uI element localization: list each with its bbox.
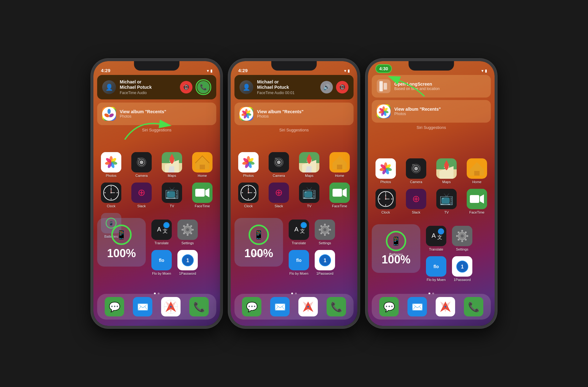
svg-text:🌐: 🌐 — [165, 223, 169, 227]
app-settings-2[interactable]: Settings — [315, 220, 335, 245]
wifi-icon-2: ▾ — [344, 69, 346, 73]
app-icon-camera-3 — [406, 158, 426, 179]
app-label-camera-3: Camera — [410, 180, 422, 184]
dock-messages-3[interactable]: 💬 — [379, 297, 399, 316]
app-icon-settings-3 — [452, 226, 472, 246]
app-label-home-1: Home — [198, 174, 207, 178]
app-icon-home-3 — [467, 158, 487, 179]
app-icon-slack-2: ⊕ — [269, 183, 289, 203]
app-camera-1[interactable]: Camera — [128, 152, 155, 178]
app-translate-2[interactable]: A文🌐 Translate — [289, 220, 309, 245]
app-photos-1[interactable]: Photos — [97, 152, 125, 178]
app-flo-3[interactable]: flo Flo by Moen — [426, 256, 446, 282]
dock-phone-2[interactable]: 📞 — [327, 297, 346, 316]
phone-2: 4:29 ▾ ▮ 👤 Michael orMichael Potuck Face… — [228, 59, 360, 328]
svg-text:文: 文 — [163, 228, 168, 234]
dock-phone-1[interactable]: 📞 — [189, 297, 209, 316]
app-icon-1password-1: 1 — [177, 250, 198, 270]
svg-rect-44 — [195, 189, 205, 197]
accept-button-1[interactable]: 📞 — [197, 81, 210, 93]
svg-point-194 — [465, 239, 467, 241]
app-label-clock-3: Clock — [381, 210, 390, 214]
suggestions-area-1: 👤 Michael orMichael Potuck FaceTime Audi… — [97, 75, 216, 136]
dock-safari-2[interactable] — [298, 297, 318, 316]
svg-point-6 — [108, 109, 111, 114]
app-translate-3[interactable]: A文 Translate — [426, 226, 446, 251]
app-clock-2[interactable]: Clock — [234, 183, 262, 208]
app-label-photos-2: Photos — [243, 174, 254, 178]
call-card-2[interactable]: 👤 Michael orMichael Potuck FaceTime Audi… — [234, 75, 354, 99]
app-icon-translate-1: A 文 🌐 — [151, 220, 172, 240]
app-settings-1[interactable]: Settings — [177, 220, 198, 245]
decline-button-1[interactable]: 📵 — [180, 81, 192, 93]
app-1password-2[interactable]: 1 1Password — [315, 250, 335, 275]
app-tv-1[interactable]: 📺 TV — [158, 183, 186, 208]
dock-phone-3[interactable]: 📞 — [464, 297, 483, 316]
app-flo-2[interactable]: flo Flo by Moen — [289, 250, 309, 275]
dock-mail-1[interactable]: ✉️ — [133, 297, 152, 316]
app-slack-2[interactable]: ⊕ Slack — [265, 183, 293, 208]
battery-widget-large-1[interactable]: 📱 100% — [97, 218, 146, 267]
app-icon-facetime-2 — [329, 183, 350, 203]
photo-card-2[interactable]: View album "Recents" Photos — [234, 103, 354, 125]
app-1password-1[interactable]: 1 1Password — [177, 250, 198, 275]
app-tv-3[interactable]: 📺 TV — [433, 189, 460, 214]
app-home-1[interactable]: Home — [188, 152, 216, 178]
app-translate-area-2: A文🌐 Translate flo Flo by Moen — [289, 220, 309, 275]
app-home-3[interactable]: Home — [463, 158, 491, 184]
photo-info-1: View album "Recents" Photos — [120, 109, 166, 119]
app-1password-3[interactable]: 1 1Password — [452, 256, 472, 282]
svg-rect-180 — [470, 195, 479, 203]
app-translate-area-1: A 文 🌐 Translate flo Flo by Moen — [151, 220, 172, 275]
svg-rect-46 — [151, 220, 172, 240]
app-facetime-2[interactable]: FaceTime — [326, 183, 354, 208]
dock-3: 💬 ✉️ 📞 — [372, 294, 491, 320]
app-tv-2[interactable]: 📺 TV — [295, 183, 323, 208]
decline-button-2[interactable]: 📵 — [336, 81, 349, 93]
app-icon-home-1 — [192, 152, 213, 172]
phone-2-screen: 4:29 ▾ ▮ 👤 Michael orMichael Potuck Face… — [231, 61, 357, 326]
dock-messages-2[interactable]: 💬 — [242, 297, 261, 316]
svg-text:文: 文 — [437, 235, 442, 240]
green-pill-3[interactable]: 4:30 — [375, 64, 392, 73]
app-clock-1[interactable]: Clock — [97, 183, 125, 208]
battery-widget-large-3[interactable]: 📱 100% — [372, 224, 420, 273]
app-icon-slack-3: ⊕ — [406, 189, 426, 209]
app-home-2[interactable]: Home — [326, 152, 354, 178]
battery-widget-large-2[interactable]: 📱 100% — [234, 218, 283, 267]
app-clock-3[interactable]: Clock — [372, 189, 400, 214]
app-maps-1[interactable]: 280 Maps — [158, 152, 186, 178]
app-settings-3[interactable]: Settings — [452, 226, 472, 251]
dock-safari-3[interactable] — [436, 297, 455, 316]
photo-card-3[interactable]: View album "Recents" Photos — [372, 100, 491, 123]
dock-messages-1[interactable]: 💬 — [105, 297, 124, 316]
battery-ring-large-2: 📱 — [249, 225, 269, 245]
app-slack-3[interactable]: ⊕ Slack — [402, 189, 430, 214]
app-slack-1[interactable]: ⊕ Slack — [128, 183, 155, 208]
dock-1: 💬 ✉️ 📞 — [97, 294, 216, 320]
app-facetime-3[interactable]: FaceTime — [463, 189, 491, 214]
app-maps-2[interactable]: 280 Maps — [295, 152, 323, 178]
app-photos-2[interactable]: Photos — [234, 152, 262, 178]
call-name-1: Michael orMichael Potuck — [120, 79, 176, 90]
app-label-maps-3: Maps — [442, 180, 451, 184]
dock-mail-2[interactable]: ✉️ — [270, 297, 290, 316]
app-translate-1[interactable]: A 文 🌐 Translate — [151, 220, 172, 245]
dock-safari-1[interactable] — [161, 297, 181, 316]
speaker-button-2[interactable]: 🔊 — [320, 81, 333, 93]
app-flo-1[interactable]: flo Flo by Moen — [151, 250, 172, 275]
svg-point-191 — [456, 235, 458, 237]
app-maps-3[interactable]: 280 Maps — [433, 158, 460, 184]
app-icon-tv-3: 📺 — [436, 189, 457, 209]
photo-card-1[interactable]: View album "Recents" Photos — [97, 103, 216, 125]
svg-point-193 — [458, 231, 459, 233]
app-camera-2[interactable]: Camera — [265, 152, 293, 178]
suggestions-area-2: 👤 Michael orMichael Potuck FaceTime Audi… — [234, 75, 354, 136]
app-facetime-1[interactable]: FaceTime — [188, 183, 216, 208]
siri-label-3: Siri Suggestions — [372, 125, 491, 130]
call-buttons-1: 📵 📞 — [180, 79, 211, 95]
app-camera-3[interactable]: Camera — [402, 158, 430, 184]
dock-mail-3[interactable]: ✉️ — [407, 297, 427, 316]
call-card-1[interactable]: 👤 Michael orMichael Potuck FaceTime Audi… — [97, 75, 216, 99]
app-photos-3[interactable]: Photos — [372, 158, 400, 184]
